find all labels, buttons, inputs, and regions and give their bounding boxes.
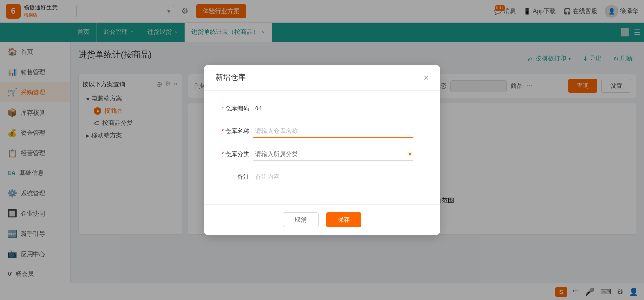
form-row-name: 仓库名称 <box>215 125 429 138</box>
modal-title: 新增仓库 <box>215 73 246 83</box>
warehouse-code-label: 仓库编码 <box>215 104 253 113</box>
remark-label: 备注 <box>215 173 253 181</box>
form-row-category: 仓库分类 ▾ <box>215 147 429 161</box>
modal-overlay: 新增仓库 × 仓库编码 仓库名称 仓库分类 ▾ <box>0 0 644 300</box>
warehouse-category-label: 仓库分类 <box>215 150 253 158</box>
modal-box: 新增仓库 × 仓库编码 仓库名称 仓库分类 ▾ <box>204 65 440 235</box>
remark-input[interactable] <box>253 170 413 183</box>
form-row-code: 仓库编码 <box>215 102 429 115</box>
warehouse-category-select[interactable]: ▾ <box>253 147 413 161</box>
modal-footer: 取消 保存 <box>204 204 440 235</box>
cancel-button[interactable]: 取消 <box>283 212 319 227</box>
warehouse-category-input[interactable] <box>255 150 408 158</box>
modal-close-icon[interactable]: × <box>423 74 429 82</box>
save-button[interactable]: 保存 <box>326 212 361 227</box>
modal-header: 新增仓库 × <box>204 65 440 91</box>
warehouse-code-input[interactable] <box>253 102 413 115</box>
form-row-remark: 备注 <box>215 170 429 183</box>
category-dropdown-icon: ▾ <box>408 150 412 158</box>
warehouse-name-input[interactable] <box>253 125 413 138</box>
warehouse-name-label: 仓库名称 <box>215 127 253 135</box>
modal-body: 仓库编码 仓库名称 仓库分类 ▾ 备注 <box>204 91 440 204</box>
